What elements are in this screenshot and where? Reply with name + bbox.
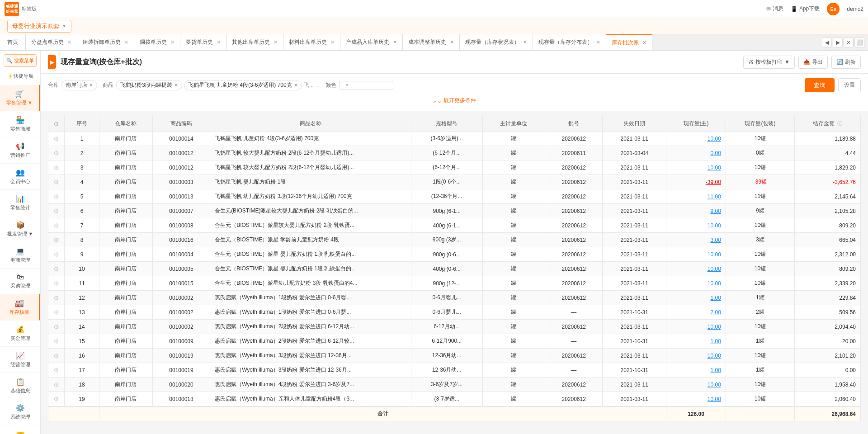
row-stock-main[interactable]: 10.00 (666, 349, 726, 363)
sidebar-item-ecommerce[interactable]: 💻 电商管理 (0, 242, 40, 269)
tab-close-icon[interactable]: ✕ (523, 39, 527, 45)
tab-home[interactable]: 首页 (0, 34, 26, 51)
gear-icon[interactable]: ⚙ (53, 120, 59, 127)
sidebar-item-operations[interactable]: 📈 经营管理 (0, 347, 40, 373)
row-gear-icon[interactable]: ⚙ (53, 150, 59, 157)
tab-prev-button[interactable]: ◀ (822, 38, 832, 47)
row-gear-icon[interactable]: ⚙ (53, 309, 59, 316)
refresh-button[interactable]: 🔄 刷新 (831, 56, 861, 69)
row-gear-icon[interactable]: ⚙ (53, 208, 59, 215)
settings-button[interactable]: 设置 (838, 78, 861, 92)
row-gear-icon[interactable]: ⚙ (53, 352, 59, 359)
row-gear-icon[interactable]: ⚙ (53, 338, 59, 345)
tab-batch-account[interactable]: 库存批次账 ✕ (606, 34, 652, 51)
tab-cost-adjust-history[interactable]: 成本调整单历史 ✕ (403, 34, 460, 51)
tab-close-icon[interactable]: ✕ (330, 39, 335, 45)
color-select[interactable]: ▼ (339, 81, 393, 90)
row-stock-main[interactable]: 10.00 (666, 218, 726, 233)
row-stock-main[interactable]: -39.00 (666, 175, 726, 189)
tab-close-icon[interactable]: ✕ (217, 39, 221, 45)
tab-stock-status[interactable]: 现存量（库存状况表） ✕ (460, 34, 533, 51)
warehouse-tag-1[interactable]: 南岸门店 ✕ (61, 80, 97, 90)
tab-maximize-button[interactable]: ⬜ (854, 38, 864, 47)
row-stock-main[interactable]: 1.00 (666, 291, 726, 305)
row-stock-main[interactable]: 10.00 (666, 276, 726, 291)
product-tag-2[interactable]: 飞鹤星飞帆 儿童奶粉 4段(3-6岁适用) 700克 ✕ (184, 80, 302, 90)
sidebar-item-marketing[interactable]: 📢 营销推广 (0, 137, 40, 164)
sidebar-item-enterprise[interactable]: 🤝 企业协同 (0, 425, 40, 434)
tab-stock-dist[interactable]: 现存量（库存分布表） ✕ (533, 34, 606, 51)
warehouse-tag-close-icon[interactable]: ✕ (89, 82, 93, 88)
row-stock-main[interactable]: 2.00 (666, 305, 726, 320)
row-gear-icon[interactable]: ⚙ (53, 222, 59, 229)
sidebar-item-purchase[interactable]: 🛍 采购管理 (0, 269, 40, 294)
tab-material-out-history[interactable]: 材料出库单历史 ✕ (283, 34, 340, 51)
row-stock-main[interactable]: 10.00 (666, 247, 726, 262)
tab-close-icon[interactable]: ✕ (124, 39, 128, 45)
row-gear-icon[interactable]: ⚙ (53, 323, 59, 330)
row-gear-icon[interactable]: ⚙ (53, 265, 59, 273)
sidebar-item-wholesale[interactable]: 📦 批发管理 ▼ (0, 216, 40, 242)
sidebar-item-basic[interactable]: 📋 基础信息 (0, 373, 40, 399)
tab-close-icon[interactable]: ✕ (67, 39, 71, 45)
tab-next-button[interactable]: ▶ (833, 38, 843, 47)
sidebar-item-retail-stats[interactable]: 📊 零售统计 (0, 190, 40, 216)
row-stock-main[interactable]: 10.00 (666, 262, 726, 276)
row-gear-icon[interactable]: ⚙ (53, 179, 59, 186)
tab-close-icon[interactable]: ✕ (642, 40, 646, 46)
info-icon[interactable]: ⓘ (837, 121, 842, 126)
sidebar-item-finance[interactable]: 💰 资金管理 (0, 321, 40, 347)
export-button[interactable]: 📤 导出 (798, 56, 828, 69)
tab-split-history[interactable]: 分盘点单历史 ✕ (26, 34, 77, 51)
row-gear-icon[interactable]: ⚙ (53, 396, 59, 403)
sidebar-item-member[interactable]: 👥 会员中心 (0, 164, 40, 190)
expand-more-button[interactable]: ⌄⌄ 展开更多条件 (433, 97, 476, 104)
product-tag-1-close-icon[interactable]: ✕ (174, 82, 178, 88)
tab-requisition-history[interactable]: 要货单历史 ✕ (180, 34, 226, 51)
row-gear-icon[interactable]: ⚙ (53, 280, 59, 287)
row-stock-main[interactable]: 1.00 (666, 363, 726, 377)
row-stock-main[interactable]: 10.00 (666, 132, 726, 146)
sidebar-item-retail[interactable]: 🛒 零售管理 ▼ (0, 85, 40, 111)
row-stock-main[interactable]: 11.00 (666, 189, 726, 204)
row-stock-main[interactable]: 10.00 (666, 392, 726, 407)
row-gear-icon[interactable]: ⚙ (53, 164, 59, 171)
row-stock-main[interactable]: 3.00 (666, 233, 726, 247)
messages-button[interactable]: ✉ 消息 (766, 5, 783, 13)
tab-product-in-history[interactable]: 产成品入库单历史 ✕ (340, 34, 403, 51)
quick-nav-button[interactable]: ⚡ 快捷导航 (4, 70, 37, 82)
row-gear-icon[interactable]: ⚙ (53, 251, 59, 258)
tab-close-icon[interactable]: ✕ (170, 39, 175, 45)
row-stock-main[interactable]: 0.00 (666, 146, 726, 160)
row-stock-main[interactable]: 10.00 (666, 320, 726, 334)
row-stock-main[interactable]: 9.00 (666, 204, 726, 218)
sidebar-item-inventory[interactable]: 🏭 库存核算 (0, 294, 40, 321)
row-gear-icon[interactable]: ⚙ (53, 294, 59, 302)
row-gear-icon[interactable]: ⚙ (53, 135, 59, 142)
tab-close-all-button[interactable]: ✕ (844, 38, 854, 47)
row-stock-main[interactable]: 1.00 (666, 334, 726, 349)
tab-assemble-history[interactable]: 组装拆卸单历史 ✕ (77, 34, 134, 51)
row-gear-icon[interactable]: ⚙ (53, 381, 59, 388)
tab-close-icon[interactable]: ✕ (274, 39, 278, 45)
product-tag-1[interactable]: 飞鹤奶粉3段丙罐提装 ✕ (116, 80, 182, 90)
system-select-dropdown[interactable]: 母婴行业演示账套 ▼ (7, 20, 71, 33)
query-button[interactable]: 查询 (805, 78, 835, 92)
sidebar-item-retail-shop[interactable]: 🏪 零售商城 (0, 111, 40, 137)
tab-adjust-history[interactable]: 调拨单历史 ✕ (134, 34, 180, 51)
row-gear-icon[interactable]: ⚙ (53, 236, 59, 244)
sidebar-item-system[interactable]: ⚙️ 系统管理 (0, 399, 40, 425)
tab-close-icon[interactable]: ✕ (596, 39, 600, 45)
row-stock-main[interactable]: 10.00 (666, 160, 726, 175)
tab-close-icon[interactable]: ✕ (450, 39, 454, 45)
tab-close-icon[interactable]: ✕ (393, 39, 397, 45)
user-avatar[interactable]: Ea (827, 3, 840, 15)
product-tag-2-close-icon[interactable]: ✕ (294, 82, 298, 88)
row-gear-icon[interactable]: ⚙ (53, 367, 59, 374)
tab-other-out-history[interactable]: 其他出库单历史 ✕ (226, 34, 283, 51)
print-button[interactable]: 🖨 按模板打印 ▼ (743, 56, 795, 69)
app-download-button[interactable]: 📱 App下载 (791, 5, 820, 13)
row-gear-icon[interactable]: ⚙ (53, 193, 59, 200)
expand-panel-button[interactable]: ▶ (48, 55, 56, 69)
search-menu-button[interactable]: 🔍 搜索菜单 (4, 54, 37, 67)
